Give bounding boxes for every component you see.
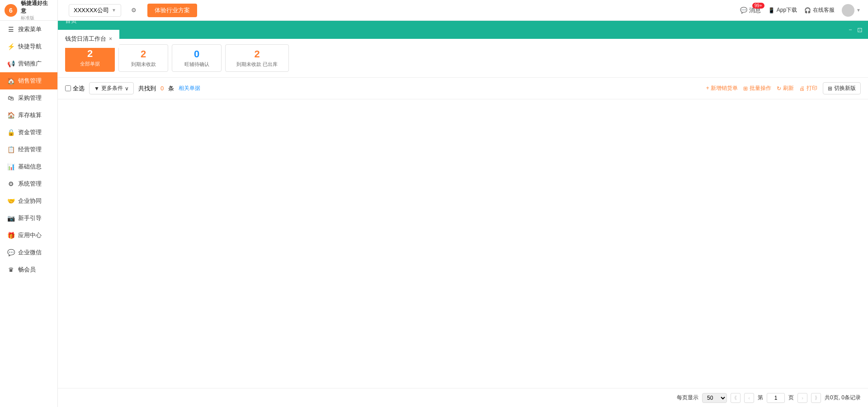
stat-label-overdue-out: 到期未收款 已出库 <box>236 61 278 68</box>
tab-actions: － ⊡ <box>847 26 868 34</box>
sidebar-label-app-center: 应用中心 <box>18 231 42 239</box>
stats-tabs: 2全部单据2到期未收款0旺辅待确认2到期未收款 已出库 <box>58 39 868 78</box>
finance-icon: 🔒 <box>7 129 14 136</box>
found-prefix: 共找到 <box>138 84 156 93</box>
sidebar-item-app-center[interactable]: 🎁应用中心 <box>0 227 57 244</box>
company-name: XXXXXX公司 <box>74 6 109 14</box>
logo-name: 畅捷通好生意 <box>21 0 53 15</box>
operations-icon: 📋 <box>7 146 14 153</box>
message-icon: 💬 <box>740 7 747 14</box>
sidebar: 6 畅捷通好生意 标准版 ☰搜索菜单⚡快捷导航📢营销推广🏠销售管理🛍采购管理🏠库… <box>0 0 58 407</box>
tab-bar: 首页钱货日清工作台× － ⊡ <box>58 21 868 39</box>
tab-maximize-icon[interactable]: ⊡ <box>857 26 863 33</box>
page-size-label: 每页显示 <box>677 394 698 402</box>
stat-tab-all[interactable]: 2全部单据 <box>65 44 115 72</box>
quick-nav-icon: ⚡ <box>7 43 14 50</box>
filter-icon: ▼ <box>94 85 99 92</box>
sidebar-item-basic-info[interactable]: 📊基础信息 <box>0 158 57 175</box>
avatar <box>842 4 854 17</box>
wechat-icon: 💬 <box>7 249 14 256</box>
guide-icon: 📷 <box>7 215 14 222</box>
sidebar-item-search[interactable]: ☰搜索菜单 <box>0 21 57 38</box>
checkbox-input[interactable] <box>65 85 71 91</box>
system-icon: ⚙ <box>7 180 14 187</box>
chevron-down-icon-avatar: ▼ <box>856 8 861 13</box>
sidebar-item-system[interactable]: ⚙系统管理 <box>0 175 57 192</box>
sidebar-item-marketing[interactable]: 📢营销推广 <box>0 55 57 72</box>
related-records-link[interactable]: 相关单据 <box>179 84 200 92</box>
sidebar-item-wechat[interactable]: 💬企业微信 <box>0 244 57 261</box>
batch-ops-btn[interactable]: ⊞ 批量操作 <box>743 84 771 92</box>
sidebar-label-basic-info: 基础信息 <box>18 163 42 171</box>
sidebar-item-quick-nav[interactable]: ⚡快捷导航 <box>0 38 57 55</box>
chevron-down-icon-filter: ∨ <box>125 85 129 92</box>
more-conditions-btn[interactable]: ▼ 更多条件 ∨ <box>89 82 134 94</box>
sidebar-item-cooperation[interactable]: 🤝企业协同 <box>0 192 57 210</box>
trial-button[interactable]: 体验行业方案 <box>147 4 197 17</box>
logo-badge: 标准版 <box>21 15 53 21</box>
stat-num-overdue: 2 <box>141 48 146 60</box>
topbar-right: 💬 消息 99+ 📱 App下载 🎧 在线客服 ▼ <box>740 4 861 17</box>
sidebar-item-member[interactable]: ♛畅会员 <box>0 261 57 278</box>
tab-close-1[interactable]: × <box>109 36 112 42</box>
refresh-label: 刷新 <box>783 84 794 92</box>
print-btn[interactable]: 🖨 打印 <box>799 84 817 92</box>
page-input[interactable] <box>767 393 785 403</box>
app-download-icon: 📱 <box>768 7 775 14</box>
message-area[interactable]: 💬 消息 99+ <box>740 6 761 14</box>
sidebar-label-quick-nav: 快捷导航 <box>18 42 42 51</box>
tab-minimize-icon[interactable]: － <box>847 26 854 34</box>
logo-icon: 6 <box>5 4 17 17</box>
sidebar-label-marketing: 营销推广 <box>18 60 42 68</box>
sidebar-label-sales: 销售管理 <box>18 77 42 85</box>
sidebar-item-operations[interactable]: 📋经营管理 <box>0 141 57 158</box>
stat-label-overdue: 到期未收款 <box>131 61 156 68</box>
table-area <box>58 99 868 388</box>
sidebar-item-guide[interactable]: 📷新手引导 <box>0 210 57 227</box>
content-inner: 2全部单据2到期未收款0旺辅待确认2到期未收款 已出库 全选 ▼ 更多条件 ∨ … <box>58 39 868 407</box>
sidebar-item-sales[interactable]: 🏠销售管理 <box>0 72 57 89</box>
next-page-btn[interactable]: › <box>797 393 807 403</box>
sidebar-items: ☰搜索菜单⚡快捷导航📢营销推广🏠销售管理🛍采购管理🏠库存核算🔒资金管理📋经营管理… <box>0 21 57 278</box>
found-unit: 条 <box>168 84 174 93</box>
first-page-btn[interactable]: ⟪ <box>731 393 741 403</box>
page-size-select[interactable]: 50 10 20 100 <box>702 393 727 403</box>
last-page-btn[interactable]: ⟫ <box>811 393 821 403</box>
logo-area: 6 畅捷通好生意 标准版 <box>0 0 58 21</box>
toolbar-right: + 新增销货单 ⊞ 批量操作 ↻ 刷新 🖨 打印 ⊞ 切换新版 <box>706 82 861 94</box>
stat-tab-overdue-out[interactable]: 2到期未收款 已出库 <box>225 44 289 72</box>
batch-label: 批量操作 <box>750 84 771 92</box>
switch-version-btn[interactable]: ⊞ 切换新版 <box>823 82 861 94</box>
app-center-icon: 🎁 <box>7 232 14 239</box>
prev-page-btn[interactable]: ‹ <box>744 393 754 403</box>
sidebar-label-purchase: 采购管理 <box>18 94 42 102</box>
marketing-icon: 📢 <box>7 60 14 67</box>
headset-icon: 🎧 <box>804 7 811 14</box>
settings-icon[interactable]: ⚙ <box>127 4 140 17</box>
select-all-checkbox[interactable]: 全选 <box>65 84 85 93</box>
logo-text-area: 畅捷通好生意 标准版 <box>21 0 53 21</box>
refresh-icon: ↻ <box>777 85 781 92</box>
sidebar-label-guide: 新手引导 <box>18 214 42 222</box>
basic-info-icon: 📊 <box>7 163 14 170</box>
stat-tab-overdue[interactable]: 2到期未收款 <box>118 44 168 72</box>
refresh-btn[interactable]: ↻ 刷新 <box>777 84 794 92</box>
sidebar-item-inventory[interactable]: 🏠库存核算 <box>0 107 57 124</box>
online-service-area[interactable]: 🎧 在线客服 <box>804 6 835 14</box>
chevron-down-icon: ▼ <box>112 8 116 13</box>
batch-icon: ⊞ <box>743 85 748 92</box>
app-download-area[interactable]: 📱 App下载 <box>768 6 797 14</box>
sidebar-item-finance[interactable]: 🔒资金管理 <box>0 124 57 141</box>
sidebar-label-member: 畅会员 <box>18 266 36 274</box>
add-sales-btn[interactable]: + 新增销货单 <box>706 84 738 92</box>
member-icon: ♛ <box>7 266 14 273</box>
sidebar-item-purchase[interactable]: 🛍采购管理 <box>0 89 57 107</box>
avatar-area[interactable]: ▼ <box>842 4 861 17</box>
select-all-label: 全选 <box>73 84 85 93</box>
stat-tab-pending[interactable]: 0旺辅待确认 <box>172 44 222 72</box>
company-selector[interactable]: XXXXXX公司 ▼ <box>69 4 121 17</box>
cooperation-icon: 🤝 <box>7 197 14 205</box>
main-content: 2全部单据2到期未收款0旺辅待确认2到期未收款 已出库 全选 ▼ 更多条件 ∨ … <box>58 39 868 407</box>
tab-1[interactable]: 钱货日清工作台× <box>58 30 119 48</box>
stat-num-overdue-out: 2 <box>254 48 259 60</box>
